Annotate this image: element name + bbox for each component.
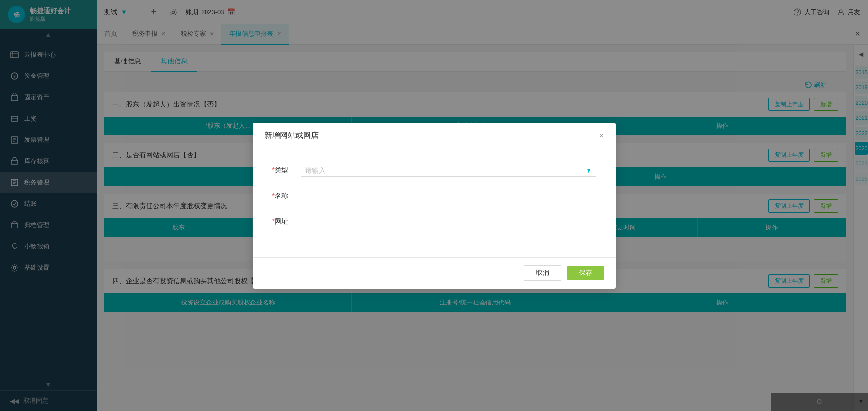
field-url-wrap xyxy=(301,216,596,228)
add-website-dialog: 新增网站或网店 × *类型 ▼ *名称 xyxy=(253,123,616,289)
dialog-overlay[interactable]: 新增网站或网店 × *类型 ▼ *名称 xyxy=(0,0,868,411)
url-input[interactable] xyxy=(301,216,596,228)
required-mark3: * xyxy=(272,217,275,225)
form-field-name: *名称 xyxy=(272,190,596,202)
form-field-type: *类型 ▼ xyxy=(272,165,596,177)
field-type-wrap: ▼ xyxy=(301,165,596,177)
required-mark2: * xyxy=(272,192,275,199)
field-name-label: *名称 xyxy=(272,192,301,200)
dialog-footer: 取消 保存 xyxy=(253,257,616,289)
dialog-body: *类型 ▼ *名称 *网址 xyxy=(253,149,616,257)
dialog-header: 新增网站或网店 × xyxy=(253,123,616,149)
dialog-close-button[interactable]: × xyxy=(599,131,604,140)
field-name-wrap xyxy=(301,190,596,202)
name-input[interactable] xyxy=(301,190,596,202)
cancel-button[interactable]: 取消 xyxy=(524,265,561,281)
type-input[interactable] xyxy=(301,165,596,176)
save-button[interactable]: 保存 xyxy=(567,266,604,280)
form-field-url: *网址 xyxy=(272,216,596,228)
field-url-label: *网址 xyxy=(272,217,301,226)
field-type-label: *类型 xyxy=(272,166,301,175)
required-mark: * xyxy=(272,166,275,174)
dialog-title: 新增网站或网店 xyxy=(265,131,319,141)
type-dropdown-arrow[interactable]: ▼ xyxy=(586,167,592,174)
